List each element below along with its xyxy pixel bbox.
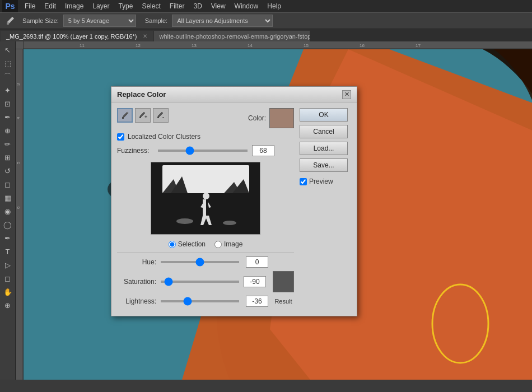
menu-help[interactable]: Help <box>263 1 286 11</box>
tab-secondary[interactable]: white-outline-photoshop-removal-emma-gri… <box>153 30 310 41</box>
svg-text:11: 11 <box>80 43 85 48</box>
sample-label: Sample: <box>145 17 167 24</box>
eyedropper-subtract-button[interactable]: - <box>153 108 169 123</box>
saturation-slider-container <box>161 277 239 286</box>
tool-lasso[interactable]: ⌒ <box>2 71 14 83</box>
tool-blur[interactable]: ◉ <box>2 205 14 217</box>
saturation-label: Saturation: <box>117 278 156 286</box>
tool-eraser[interactable]: ◻ <box>2 178 14 190</box>
tool-wand[interactable]: ✦ <box>2 84 14 96</box>
tool-gradient[interactable]: ▦ <box>2 192 14 204</box>
dialog-titlebar[interactable]: Replace Color ✕ <box>111 87 357 102</box>
hue-slider[interactable] <box>161 261 239 263</box>
menu-view[interactable]: View <box>207 1 230 11</box>
selection-radio-item: Selection <box>169 240 206 248</box>
svg-text:13: 13 <box>192 43 197 48</box>
tool-eyedropper[interactable]: ✒ <box>2 111 14 123</box>
hsl-section: Hue: 0 Saturation: <box>117 253 294 307</box>
image-radio-item: Image <box>214 240 242 248</box>
menu-edit[interactable]: Edit <box>40 1 60 11</box>
sample-size-label: Sample Size: <box>22 17 59 24</box>
fuzziness-value: 68 <box>252 145 274 156</box>
svg-text:16: 16 <box>360 43 365 48</box>
sample-size-select[interactable]: 5 by 5 Average <box>63 15 136 27</box>
svg-text:12: 12 <box>136 43 141 48</box>
dialog-body: + - Colo <box>111 102 357 316</box>
tool-pen[interactable]: ✒ <box>2 232 14 244</box>
canvas-area[interactable]: 11 12 13 14 15 16 17 3 4 5 6 <box>16 41 532 380</box>
tool-selection[interactable]: ⬚ <box>2 57 14 69</box>
svg-rect-21 <box>139 116 141 118</box>
menu-3d[interactable]: 3D <box>189 1 206 11</box>
tool-crop[interactable]: ⊡ <box>2 97 14 110</box>
cancel-button[interactable]: Cancel <box>300 125 348 138</box>
preview-label: Preview <box>309 178 333 185</box>
tool-dodge[interactable]: ◯ <box>2 218 14 231</box>
svg-text:14: 14 <box>248 43 253 48</box>
dialog-close-button[interactable]: ✕ <box>342 90 351 99</box>
saturation-value: -90 <box>244 276 266 287</box>
tab-active[interactable]: _MG_2693.tif @ 100% (Layer 1 copy, RGB/1… <box>0 30 153 41</box>
tool-brush[interactable]: ✏ <box>2 138 14 150</box>
selection-image-row: Selection Image <box>117 240 294 248</box>
fuzziness-slider[interactable] <box>158 150 248 152</box>
menu-filter[interactable]: Filter <box>165 1 189 11</box>
tab-bar: _MG_2693.tif @ 100% (Layer 1 copy, RGB/1… <box>0 29 532 41</box>
image-radio-label: Image <box>224 240 242 248</box>
menu-layer[interactable]: Layer <box>88 1 114 11</box>
color-swatch[interactable] <box>269 108 294 128</box>
menu-select[interactable]: Select <box>137 1 165 11</box>
preview-checkbox-row: Preview <box>300 178 351 185</box>
tool-text[interactable]: T <box>2 245 14 258</box>
eyedropper-add-button[interactable]: + <box>135 108 151 123</box>
localized-clusters-row: Localized Color Clusters <box>117 133 294 141</box>
selection-radio[interactable] <box>169 241 176 248</box>
tool-history-brush[interactable]: ↺ <box>2 165 14 177</box>
load-button[interactable]: Load... <box>300 142 348 155</box>
tab-active-close[interactable]: ✕ <box>143 33 147 39</box>
result-label: Result <box>273 298 294 305</box>
options-toolbar: Sample Size: 5 by 5 Average Sample: All … <box>0 12 532 29</box>
tool-move[interactable]: ↖ <box>2 44 14 56</box>
dialog-right-panel: OK Cancel Load... Save... Preview <box>300 108 351 310</box>
menu-window[interactable]: Window <box>230 1 263 11</box>
replace-color-dialog: Replace Color ✕ <box>111 86 357 316</box>
svg-point-28 <box>203 193 209 199</box>
saturation-slider[interactable] <box>161 281 239 283</box>
image-radio[interactable] <box>214 241 222 248</box>
tool-hand[interactable]: ✋ <box>2 286 14 298</box>
sample-select[interactable]: All Layers no Adjustments <box>172 15 273 27</box>
ruler-corner <box>16 41 24 49</box>
hue-label: Hue: <box>117 258 156 266</box>
tool-zoom[interactable]: ⊕ <box>2 299 14 311</box>
hue-value: 0 <box>246 256 268 268</box>
hue-row: Hue: 0 <box>117 256 294 268</box>
preview-checkbox[interactable] <box>300 178 307 185</box>
eyedropper-tools-row: + - <box>117 108 169 123</box>
localized-clusters-checkbox[interactable] <box>117 133 124 141</box>
saturation-row: Saturation: -90 <box>117 271 294 292</box>
fuzziness-slider-track <box>158 146 248 155</box>
fuzziness-row: Fuzziness: 68 <box>117 145 294 156</box>
lightness-value: -36 <box>246 296 268 307</box>
ok-button[interactable]: OK <box>300 108 348 122</box>
selection-radio-label: Selection <box>178 240 206 248</box>
svg-text:4: 4 <box>16 116 21 119</box>
menu-file[interactable]: File <box>20 1 40 11</box>
tool-shape[interactable]: ◻ <box>2 272 14 284</box>
menu-image[interactable]: Image <box>60 1 88 11</box>
tab-secondary-label: white-outline-photoshop-removal-emma-gri… <box>160 33 310 40</box>
fuzziness-label: Fuzziness: <box>117 147 153 155</box>
lightness-slider[interactable] <box>161 300 239 302</box>
svg-point-20 <box>127 112 129 114</box>
tool-spot-heal[interactable]: ⊕ <box>2 124 14 137</box>
lightness-row: Lightness: -36 Result <box>117 296 294 307</box>
menu-type[interactable]: Type <box>114 1 137 11</box>
result-color-swatch[interactable] <box>273 271 294 292</box>
tool-stamp[interactable]: ⊞ <box>2 151 14 164</box>
save-button[interactable]: Save... <box>300 158 348 172</box>
svg-text:-: - <box>162 114 164 120</box>
localized-clusters-label: Localized Color Clusters <box>128 133 200 141</box>
tool-path-select[interactable]: ▷ <box>2 259 14 271</box>
eyedropper-button[interactable] <box>117 108 133 123</box>
